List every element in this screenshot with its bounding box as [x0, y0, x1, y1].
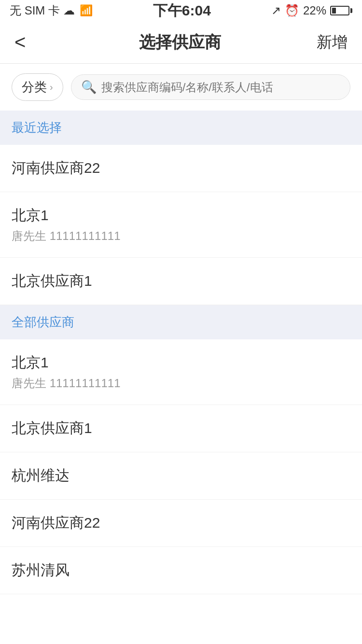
- page-title: 选择供应商: [139, 31, 221, 54]
- list-item[interactable]: 苏州清风: [0, 547, 362, 594]
- category-button[interactable]: 分类 ›: [12, 73, 63, 101]
- battery-percentage: 22%: [303, 4, 326, 17]
- location-icon: ↗: [271, 4, 281, 17]
- recent-section-label: 最近选择: [12, 120, 62, 135]
- battery-icon: [330, 6, 352, 15]
- search-input[interactable]: [101, 81, 340, 94]
- item-name: 北京1: [12, 206, 350, 225]
- item-name: 北京1: [12, 353, 350, 373]
- item-name: 北京供应商1: [12, 271, 350, 291]
- status-right: ↗ ⏰ 22%: [271, 4, 352, 17]
- item-detail: 唐先生 11111111111: [12, 228, 350, 244]
- status-time: 下午6:04: [153, 1, 211, 21]
- list-item[interactable]: 杭州维达: [0, 452, 362, 500]
- item-name: 苏州清风: [12, 560, 350, 580]
- list-item[interactable]: 北京供应商1: [0, 258, 362, 305]
- recent-items-list: 河南供应商22 北京1 唐先生 11111111111 北京供应商1: [0, 145, 362, 305]
- item-detail: 唐先生 11111111111: [12, 376, 350, 391]
- list-item[interactable]: 北京1 唐先生 11111111111: [0, 192, 362, 258]
- category-label: 分类: [22, 79, 47, 96]
- wifi-icon: 📶: [80, 4, 93, 17]
- item-name: 北京供应商1: [12, 419, 350, 438]
- list-item[interactable]: 河南供应商22: [0, 500, 362, 547]
- chevron-right-icon: ›: [50, 82, 53, 93]
- list-item[interactable]: 北京供应商1: [0, 405, 362, 452]
- recent-section-header: 最近选择: [0, 111, 362, 145]
- item-name: 河南供应商22: [12, 513, 350, 533]
- add-button[interactable]: 新增: [317, 32, 348, 53]
- search-icon: 🔍: [81, 80, 97, 95]
- status-bar: 无 SIM 卡 ☁ 📶 下午6:04 ↗ ⏰ 22%: [0, 0, 362, 21]
- list-item[interactable]: 河南供应商22: [0, 145, 362, 192]
- search-box[interactable]: 🔍: [71, 74, 350, 100]
- sim-status: 无 SIM 卡 ☁: [10, 3, 75, 18]
- list-item[interactable]: 北京1 唐先生 11111111111: [0, 339, 362, 405]
- nav-bar: < 选择供应商 新增: [0, 21, 362, 64]
- alarm-icon: ⏰: [285, 4, 299, 17]
- all-section-label: 全部供应商: [12, 315, 74, 329]
- all-items-list: 北京1 唐先生 11111111111 北京供应商1 杭州维达 河南供应商22 …: [0, 339, 362, 594]
- item-name: 河南供应商22: [12, 158, 350, 178]
- back-button[interactable]: <: [14, 31, 43, 53]
- item-name: 杭州维达: [12, 466, 350, 486]
- status-left: 无 SIM 卡 ☁ 📶: [10, 3, 93, 18]
- filter-bar: 分类 › 🔍: [0, 64, 362, 111]
- all-section-header: 全部供应商: [0, 305, 362, 339]
